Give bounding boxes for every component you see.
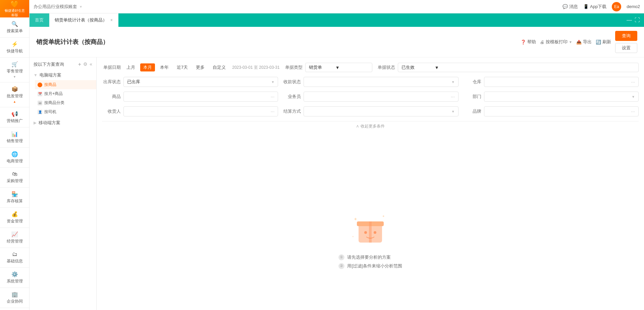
status-dropdown-arrow: ▼ <box>435 65 439 70</box>
warehouse-label: 出库状态 <box>102 79 121 85</box>
date-this-month-btn[interactable]: 本月 <box>140 63 155 71</box>
tab-minimize-btn[interactable]: — <box>627 17 632 23</box>
svg-text:✦: ✦ <box>382 214 385 218</box>
sidebar-item-nav[interactable]: ⚡ 快捷导航 <box>0 38 29 58</box>
download-btn[interactable]: 📱 App下载 <box>583 4 606 10</box>
sidebar-item-ecommerce[interactable]: 🌐 电商管理 <box>0 148 29 168</box>
marketing-icon: 📢 <box>1 111 28 117</box>
sidebar-item-retail[interactable]: 🛒 零售管理 ▼ <box>0 58 29 83</box>
download-label: App下载 <box>590 4 606 10</box>
date-this-year-btn[interactable]: 本年 <box>157 63 172 71</box>
tab-bar: 首页 销货单统计计表（按商品） × — ⛶ <box>30 13 644 27</box>
sidebar-item-sales-label: 销售管理 <box>1 138 28 144</box>
sidebar-item-operations[interactable]: 📈 经营管理 <box>0 228 29 248</box>
tree-item-driver[interactable]: 👤 按司机 <box>35 107 96 116</box>
sidebar-item-system[interactable]: ⚙️ 系统管理 <box>0 268 29 288</box>
export-btn[interactable]: 📤 导出 <box>576 39 592 45</box>
collapse-panel-btn[interactable]: « <box>90 61 92 67</box>
sidebar-logo[interactable]: 🧡 畅捷通好生意 标版 <box>0 0 30 17</box>
sidebar-item-marketing-label: 营销推广 <box>1 118 28 124</box>
filter-row-1: 单据日期 上月 本月 本年 近7天 更多 自定义 2023-03-01 至 20… <box>102 63 639 72</box>
tree-pc-label: 电脑端方案 <box>40 72 61 78</box>
person-icon: 👤 <box>38 110 42 114</box>
avatar[interactable]: Ea <box>612 2 621 11</box>
query-btn[interactable]: 查询 <box>615 31 637 41</box>
sidebar-item-finance[interactable]: 💰 资金管理 <box>0 208 29 228</box>
page-title-bar: 销货单统计计表（按商品） ❓ 帮助 🖨 按模板打印 ▼ 📤 导出 🔄 刷新 <box>30 27 644 57</box>
left-panel-header: 按以下方案查询 + ⚙ « <box>30 61 96 70</box>
tab-home[interactable]: 首页 <box>30 13 49 27</box>
enterprise-icon: 🏢 <box>1 291 28 298</box>
avatar-initials: Ea <box>614 4 619 9</box>
message-icon: 💬 <box>562 4 568 9</box>
tree-mobile-section[interactable]: ▶ 移动端方案 <box>30 118 96 128</box>
goods-input[interactable]: ··· <box>123 92 278 102</box>
payment-label: 收款状态 <box>282 79 301 85</box>
receiver-dots: ··· <box>271 109 275 114</box>
tree-item-by-goods-label: 按商品 <box>44 82 56 88</box>
sidebar-item-stock[interactable]: 🏪 库存核算 <box>0 188 29 208</box>
salesperson-input[interactable]: ··· <box>304 92 458 102</box>
sidebar-item-sales[interactable]: 📊 销售管理 <box>0 127 29 148</box>
help-btn[interactable]: ❓ 帮助 <box>521 39 536 45</box>
collapse-bar[interactable]: ∧ 收起更多条件 <box>102 121 639 131</box>
page-title: 销货单统计计表（按商品） <box>36 38 109 50</box>
action-buttons: 查询 设置 <box>615 31 637 53</box>
warehouse-dropdown-arrow: ▼ <box>271 80 274 84</box>
add-scheme-btn[interactable]: + <box>78 61 81 67</box>
messages-btn[interactable]: 💬 消息 <box>562 4 578 10</box>
tip-text-2: 用[过滤]条件来缩小分析范围 <box>347 263 402 269</box>
payment-select[interactable]: ▼ <box>304 77 458 87</box>
sidebar-item-newbie[interactable]: 🎯 新手引导 <box>0 308 29 310</box>
storage-input[interactable]: ··· <box>484 77 639 87</box>
tab-maximize-btn[interactable]: ⛶ <box>635 17 640 23</box>
tab-close-btn[interactable]: × <box>110 18 113 22</box>
content-area: 销货单统计计表（按商品） ❓ 帮助 🖨 按模板打印 ▼ 📤 导出 🔄 刷新 <box>30 27 644 310</box>
tab-active[interactable]: 销货单统计计表（按商品） × <box>49 13 118 27</box>
date-last-month-btn[interactable]: 上月 <box>123 63 138 71</box>
date-last7-btn[interactable]: 近7天 <box>174 63 191 71</box>
goods-dots: ··· <box>271 94 275 99</box>
sidebar-item-purchase[interactable]: 🛍 采购管理 <box>0 168 29 188</box>
left-panel-header-label: 按以下方案查询 <box>34 61 64 67</box>
refresh-btn[interactable]: 🔄 刷新 <box>596 39 611 45</box>
tree-item-month-goods[interactable]: 📅 按月+商品 <box>35 89 96 98</box>
logo-icon: 🧡 <box>10 0 19 8</box>
date-custom-btn[interactable]: 自定义 <box>210 63 229 71</box>
empty-tip-1: ① 请先选择要分析的方案 <box>338 254 402 260</box>
main-area: 办公用品行业模拟账套 ▾ 💬 消息 📱 App下载 Ea demo2 首页 销货… <box>30 0 644 310</box>
receiver-input[interactable]: ··· <box>123 106 278 116</box>
brand-field: 品牌 ··· <box>463 106 639 116</box>
sidebar-item-basic[interactable]: 🗂 基础信息 <box>0 248 29 268</box>
brand-label: 品牌 <box>463 108 481 114</box>
settings-scheme-btn[interactable]: ⚙ <box>83 61 88 67</box>
settlement-field: 结算方式 ▼ <box>282 106 458 116</box>
export-label: 导出 <box>583 39 592 45</box>
user-name[interactable]: demo2 <box>627 4 640 9</box>
goods-field: 商品 ··· <box>102 92 278 102</box>
settlement-select[interactable]: ▼ <box>304 106 458 116</box>
sidebar-item-marketing[interactable]: 📢 营销推广 <box>0 107 29 127</box>
brand-input[interactable]: ··· <box>484 106 639 116</box>
status-select[interactable]: 已生效 ▼ <box>398 63 639 72</box>
svg-text:✦: ✦ <box>354 216 358 222</box>
date-more-btn[interactable]: 更多 <box>193 63 208 71</box>
warehouse-select[interactable]: 已出库 ▼ <box>123 77 278 87</box>
template-print-btn[interactable]: 🖨 按模板打印 ▼ <box>540 39 572 45</box>
tree-item-by-goods[interactable]: 按商品 <box>35 80 96 89</box>
filter-row-2: 出库状态 已出库 ▼ 收款状态 ▼ <box>102 77 639 87</box>
tip-num-1: ① <box>338 254 344 260</box>
sidebar-item-enterprise[interactable]: 🏢 企业协同 <box>0 288 29 308</box>
print-dropdown-arrow: ▼ <box>569 40 572 44</box>
tree-item-goods-category[interactable]: 🗂 按商品分类 <box>35 98 96 107</box>
sidebar-item-search[interactable]: 🔍 搜索菜单 <box>0 17 29 38</box>
type-select[interactable]: 销货单 ▼ <box>305 63 372 72</box>
tree-pc-section[interactable]: ▼ 电脑端方案 <box>30 70 96 80</box>
calendar-icon: 📅 <box>38 92 42 96</box>
department-select[interactable]: ▼ <box>484 92 639 102</box>
settings-btn[interactable]: 设置 <box>615 43 637 53</box>
empty-tips: ① 请先选择要分析的方案 ② 用[过滤]条件来缩小分析范围 <box>338 254 402 272</box>
sidebar-item-wholesale[interactable]: 📦 批发管理 ▲ <box>0 83 29 107</box>
tree-mobile-label: 移动端方案 <box>39 120 60 126</box>
collapse-label: ∧ 收起更多条件 <box>356 124 384 128</box>
